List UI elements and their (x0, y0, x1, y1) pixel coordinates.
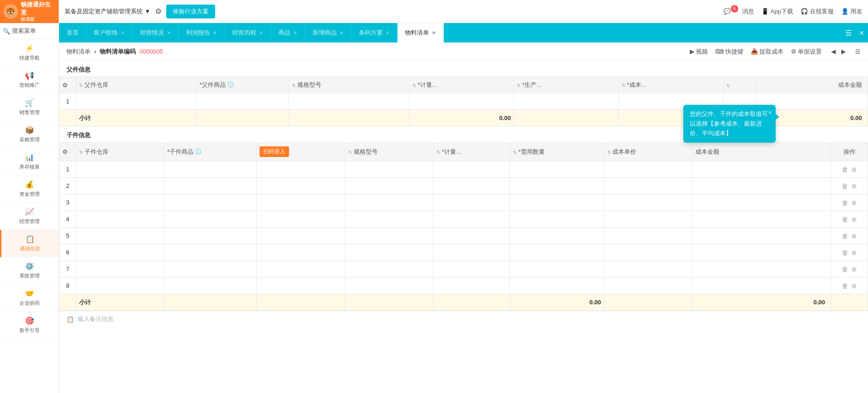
copy-icon-5[interactable]: ⊕ (850, 231, 858, 241)
tab-menu-button[interactable]: ☰ (842, 29, 856, 37)
sidebar-item-inventory[interactable]: 📊 库存核算 (0, 148, 59, 175)
sidebar-item-finance[interactable]: 💰 资金管理 (0, 175, 59, 203)
child-row-6-spec[interactable] (345, 244, 434, 261)
shortcut-action[interactable]: ⌨ 快捷键 (715, 48, 743, 56)
breadcrumb-bom[interactable]: 物料清单 (66, 48, 90, 56)
child-row-8-unit-cost[interactable] (604, 278, 692, 294)
try-plan-button[interactable]: 体验行业方案 (166, 5, 215, 18)
delete-icon-6[interactable]: 🗑 (841, 248, 849, 257)
child-row-6-warehouse[interactable] (76, 244, 164, 261)
sidebar-item-operations[interactable]: 📈 经营管理 (0, 203, 59, 230)
tab-bom[interactable]: 物料清单 ✕ (398, 23, 444, 42)
parent-row-goods[interactable] (196, 93, 289, 110)
scan-button[interactable]: 扫码录入 (259, 146, 289, 157)
tab-customer[interactable]: 客户联络 ✕ (86, 23, 133, 42)
sidebar-item-system[interactable]: ⚙️ 系统管理 (0, 257, 59, 284)
parent-row-warehouse[interactable] (76, 93, 197, 110)
copy-icon-7[interactable]: ⊕ (850, 265, 858, 274)
child-row-4-cost-amount[interactable] (693, 211, 831, 228)
child-row-6-scan[interactable] (257, 244, 345, 261)
extract-cost-action[interactable]: 📥 提取成本 (751, 48, 784, 56)
child-row-8-spec[interactable] (345, 278, 434, 294)
tab-barcode-close[interactable]: ✕ (386, 30, 390, 36)
sidebar-item-guide[interactable]: 🎯 新手引导 (0, 312, 59, 339)
delete-icon-3[interactable]: 🗑 (841, 198, 849, 207)
tab-customer-close[interactable]: ✕ (121, 30, 125, 36)
child-row-7-spec[interactable] (345, 261, 434, 278)
child-row-5-warehouse[interactable] (76, 228, 164, 244)
child-row-2-spec[interactable] (345, 178, 434, 194)
tab-operations-close[interactable]: ✕ (167, 30, 171, 36)
child-row-2-cost-amount[interactable] (693, 178, 831, 194)
delete-icon-8[interactable]: 🗑 (841, 281, 849, 290)
sidebar-search-item[interactable]: 🔍 搜索菜单 (0, 23, 59, 39)
child-row-6-goods[interactable] (164, 244, 257, 261)
parent-row-spec[interactable] (289, 93, 409, 110)
tab-home[interactable]: 首页 (59, 23, 86, 42)
child-row-7-cost-amount[interactable] (693, 261, 831, 278)
child-row-2-warehouse[interactable] (76, 178, 164, 194)
tab-history-close[interactable]: ✕ (259, 30, 263, 36)
sidebar-item-quick-nav[interactable]: ⚡ 快捷导航 (0, 39, 59, 67)
video-action[interactable]: ▶ 视频 (690, 48, 708, 56)
message-action[interactable]: 💬 6 消息 (723, 7, 754, 16)
child-row-3-unit[interactable] (434, 194, 510, 211)
child-row-8-goods[interactable] (164, 278, 257, 294)
close-tab-button[interactable]: ✕ (856, 30, 868, 36)
child-row-2-goods[interactable] (164, 178, 257, 194)
tab-operations[interactable]: 经营情况 ✕ (133, 23, 179, 42)
child-row-2-unit-cost[interactable] (604, 178, 692, 194)
child-row-2-qty[interactable] (510, 178, 604, 194)
child-row-1-unit[interactable] (434, 161, 510, 178)
copy-icon-8[interactable]: ⊕ (850, 281, 858, 290)
production-sort-icon[interactable]: ⇅ (517, 83, 520, 88)
child-row-8-unit[interactable] (434, 278, 510, 294)
child-row-7-unit-cost[interactable] (604, 261, 692, 278)
child-row-7-scan[interactable] (257, 261, 345, 278)
view-toggle-icon[interactable]: ☰ (855, 48, 861, 55)
child-row-3-goods[interactable] (164, 194, 257, 211)
copy-icon-3[interactable]: ⊕ (850, 198, 858, 207)
settings-button[interactable]: ⚙ (155, 7, 162, 16)
tab-goods[interactable]: 商品 ✕ (271, 23, 305, 42)
app-download-action[interactable]: 📱 App下载 (761, 7, 793, 16)
copy-icon-1[interactable]: ⊕ (850, 165, 858, 174)
child-row-1-scan[interactable] (257, 161, 345, 178)
sidebar-item-basic-info[interactable]: 📋 基础信息 (0, 230, 59, 257)
child-row-5-cost-amount[interactable] (693, 228, 831, 244)
user-action[interactable]: 👤 用友 (841, 7, 862, 16)
child-row-7-qty[interactable] (510, 261, 604, 278)
child-row-3-spec[interactable] (345, 194, 434, 211)
child-row-7-unit[interactable] (434, 261, 510, 278)
child-row-3-qty[interactable] (510, 194, 604, 211)
child-row-1-cost-amount[interactable] (693, 161, 831, 178)
delete-icon-5[interactable]: 🗑 (841, 231, 849, 241)
parent-row-production[interactable] (514, 93, 619, 110)
parent-settings-col[interactable]: ⚙ (60, 77, 76, 93)
note-text[interactable]: 输入备注信息 (78, 315, 114, 323)
delete-icon-2[interactable]: 🗑 (841, 181, 849, 191)
sidebar-item-marketing[interactable]: 📢 营销推广 (0, 67, 59, 94)
child-row-8-cost-amount[interactable] (693, 278, 831, 294)
child-row-3-unit-cost[interactable] (604, 194, 692, 211)
delete-icon-7[interactable]: 🗑 (841, 265, 849, 274)
child-row-3-cost-amount[interactable] (693, 194, 831, 211)
child-row-8-warehouse[interactable] (76, 278, 164, 294)
child-row-6-unit[interactable] (434, 244, 510, 261)
child-col-scan[interactable]: 扫码录入 (257, 143, 345, 161)
copy-icon-6[interactable]: ⊕ (850, 248, 858, 257)
child-row-6-unit-cost[interactable] (604, 244, 692, 261)
child-row-4-spec[interactable] (345, 211, 434, 228)
child-row-1-goods[interactable] (164, 161, 257, 178)
tab-profit[interactable]: 利润报告 ✕ (179, 23, 225, 42)
copy-icon-4[interactable]: ⊕ (850, 215, 858, 224)
child-row-5-unit[interactable] (434, 228, 510, 244)
child-row-5-spec[interactable] (345, 228, 434, 244)
cost-sort-icon[interactable]: ⇅ (621, 83, 625, 88)
tab-bom-close[interactable]: ✕ (432, 30, 436, 36)
spec-sort-icon[interactable]: ⇅ (292, 83, 295, 88)
child-row-1-qty[interactable] (510, 161, 604, 178)
service-action[interactable]: 🎧 在线客服 (801, 7, 834, 16)
child-row-4-warehouse[interactable] (76, 211, 164, 228)
child-row-2-unit[interactable] (434, 178, 510, 194)
